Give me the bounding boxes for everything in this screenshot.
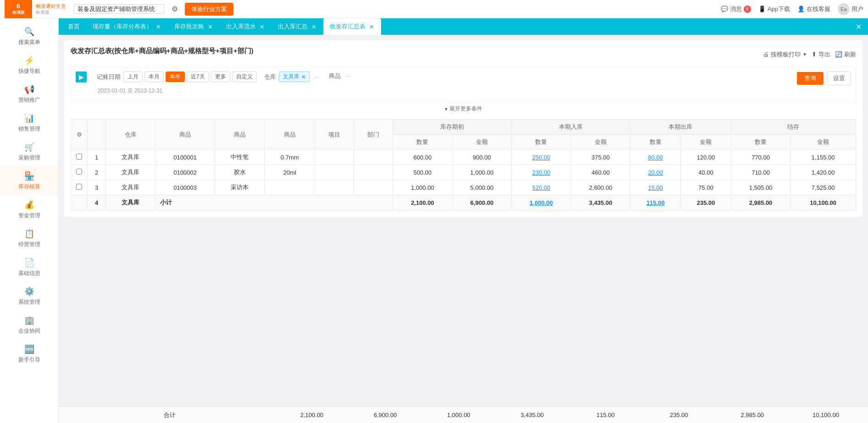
- tab-home[interactable]: 首页: [61, 18, 86, 35]
- col-init-amt: 金额: [452, 135, 511, 150]
- col-out-stock-header: 本期出库: [630, 120, 731, 135]
- sidebar-item-purchase[interactable]: 🛒 采购管理: [0, 137, 58, 166]
- col-bal-amt: 金额: [791, 135, 856, 150]
- settings-button[interactable]: 设置: [827, 71, 851, 85]
- subtotal-in-qty[interactable]: 1,000.00: [512, 195, 571, 210]
- tab-bar-close-all[interactable]: ✕: [852, 22, 865, 31]
- row1-warehouse: 文具库: [106, 150, 155, 165]
- total-out-qty: 115.00: [569, 412, 642, 418]
- tab-close-flow[interactable]: ✕: [259, 23, 265, 30]
- tab-flow[interactable]: 出入库流水 ✕: [220, 18, 271, 35]
- query-button[interactable]: 查询: [797, 72, 824, 85]
- row2-in-qty[interactable]: 230.00: [512, 165, 571, 180]
- goods-filter-label: 商品: [329, 72, 341, 80]
- subtotal-label: 小计: [155, 195, 393, 210]
- row2-out-qty[interactable]: 20.00: [630, 165, 681, 180]
- page-header-row: 收发存汇总表(按仓库+商品编码+商品+规格型号+项目+部门) 🖨 按模板打印 ▼…: [71, 47, 856, 62]
- tab-close-batch[interactable]: ✕: [207, 23, 213, 30]
- export-icon: ⬆: [812, 51, 817, 58]
- warehouse-tag-close[interactable]: ✕: [301, 74, 306, 80]
- row3-project: [315, 180, 354, 195]
- page-card: 收发存汇总表(按仓库+商品编码+商品+规格型号+项目+部门) 🖨 按模板打印 ▼…: [64, 40, 862, 217]
- refresh-action[interactable]: 🔄 刷新: [835, 50, 856, 59]
- online-service-action[interactable]: 👤 在线客服: [797, 5, 830, 13]
- subtotal-warehouse: 文具库: [106, 195, 155, 210]
- gear-icon[interactable]: ⚙: [168, 3, 181, 16]
- message-action[interactable]: 💬 消息 6: [721, 5, 751, 13]
- expand-conditions-btn[interactable]: ▾ 展开更多条件: [71, 103, 856, 115]
- bottom-total-bar: 合计 2,100.00 6,900.00 1,000.00 3,435.00 1…: [59, 407, 868, 423]
- subtotal-row: 4 文具库 小计 2,100.00 6,900.00 1,000.00 3,43…: [71, 195, 856, 210]
- date-btn-custom[interactable]: 自定义: [232, 71, 257, 82]
- row1-check[interactable]: [76, 154, 82, 159]
- sidebar-item-inventory[interactable]: 🏪 库存核算: [0, 166, 58, 195]
- search-icon: 🔍: [24, 27, 34, 37]
- date-btn-more[interactable]: 更多: [211, 71, 230, 82]
- row1-in-qty[interactable]: 250.00: [512, 150, 571, 165]
- col-settings-header[interactable]: ⚙: [71, 120, 88, 150]
- row3-warehouse: 文具库: [106, 180, 155, 195]
- row1-checkbox[interactable]: [71, 150, 88, 165]
- sidebar-item-guide[interactable]: 🆕 新手引导: [0, 340, 58, 368]
- service-label: 在线客服: [807, 5, 830, 13]
- table-settings-icon[interactable]: ⚙: [77, 131, 82, 138]
- experience-button[interactable]: 体验行业方案: [185, 3, 233, 16]
- row1-out-qty[interactable]: 80.00: [630, 150, 681, 165]
- tab-batch[interactable]: 库存批次账 ✕: [168, 18, 220, 35]
- tab-close-summary[interactable]: ✕: [310, 23, 317, 30]
- tab-summary[interactable]: 出入库汇总 ✕: [271, 18, 323, 35]
- tab-recv-summary[interactable]: 收发存汇总表 ✕: [323, 18, 381, 35]
- sales-icon: 📊: [24, 113, 34, 123]
- goods-more-btn[interactable]: ···: [343, 71, 352, 80]
- row3-out-qty[interactable]: 15.00: [630, 180, 681, 195]
- row2-seq: 2: [88, 165, 106, 180]
- sidebar-item-enterprise[interactable]: 🏢 企业协同: [0, 311, 58, 340]
- basic-icon: 📄: [24, 258, 34, 268]
- table-row: 2 文具库 0100002 胶水 20ml 500.00 1,000.00 23…: [71, 165, 856, 180]
- date-btn-7days[interactable]: 近7天: [187, 71, 209, 82]
- service-icon: 👤: [797, 5, 805, 12]
- row1-out-amt: 120.00: [680, 150, 731, 165]
- user-action[interactable]: Ea 用户: [838, 3, 863, 15]
- row1-init-amt: 900.00: [452, 150, 511, 165]
- sidebar-item-search[interactable]: 🔍 搜索菜单: [0, 22, 58, 51]
- page-title: 收发存汇总表(按仓库+商品编码+商品+规格型号+项目+部门): [71, 47, 254, 55]
- sidebar-item-quick[interactable]: ⚡ 快捷导航: [0, 51, 58, 80]
- date-btn-this-month[interactable]: 本月: [144, 71, 164, 82]
- guide-icon: 🆕: [24, 344, 34, 354]
- sidebar-item-system[interactable]: ⚙️ 系统管理: [0, 282, 58, 311]
- table-row: 1 文具库 0100001 中性笔 0.7mm 600.00 900.00 25…: [71, 150, 856, 165]
- date-btn-this-year[interactable]: 本年: [166, 71, 185, 82]
- sidebar-item-marketing[interactable]: 📢 营销推广: [0, 80, 58, 109]
- refresh-label: 刷新: [844, 50, 856, 59]
- row1-spec: 0.7mm: [265, 150, 315, 165]
- warehouse-more-btn[interactable]: ···: [313, 72, 321, 81]
- date-filter-group: 记账日期 上月 本月 本年 近7天 更多 自定义: [97, 71, 257, 82]
- row3-checkbox[interactable]: [71, 180, 88, 195]
- system-selector[interactable]: 装备及固定资产辅助管理系统: [73, 4, 165, 14]
- row3-check[interactable]: [76, 184, 82, 190]
- date-btn-last-month[interactable]: 上月: [123, 71, 143, 82]
- sidebar-item-sales[interactable]: 📊 销售管理: [0, 109, 58, 137]
- tab-inventory-dist[interactable]: 现存量（库存分布表） ✕: [86, 18, 168, 35]
- tab-close-recv-summary[interactable]: ✕: [368, 23, 375, 30]
- col-in-amt: 金额: [571, 135, 630, 150]
- row3-in-qty[interactable]: 520.00: [512, 180, 571, 195]
- row2-checkbox[interactable]: [71, 165, 88, 180]
- row1-project: [315, 150, 354, 165]
- tab-close-inventory-dist[interactable]: ✕: [155, 23, 161, 30]
- print-action[interactable]: 🖨 按模板打印 ▼: [763, 50, 807, 59]
- sidebar-label-inventory: 库存核算: [18, 183, 40, 191]
- subtotal-out-qty[interactable]: 115.00: [630, 195, 681, 210]
- col-out-amt: 金额: [680, 135, 731, 150]
- filter-toggle[interactable]: ▶: [76, 71, 87, 82]
- sidebar-item-capital[interactable]: 💰 资金管理: [0, 195, 58, 224]
- sidebar-label-operation: 经营管理: [18, 241, 40, 248]
- row2-check[interactable]: [76, 169, 82, 175]
- table-row: 3 文具库 0100003 采访本 1,000.00 5,000.00 520.…: [71, 180, 856, 195]
- sidebar-item-basic[interactable]: 📄 基础信息: [0, 253, 58, 282]
- export-action[interactable]: ⬆ 导出: [812, 50, 830, 59]
- sidebar-item-operation[interactable]: 📋 经营管理: [0, 224, 58, 253]
- header-right-btns: 🖨 按模板打印 ▼ ⬆ 导出 🔄 刷新: [763, 50, 856, 59]
- app-download-action[interactable]: 📱 App下载: [758, 5, 790, 13]
